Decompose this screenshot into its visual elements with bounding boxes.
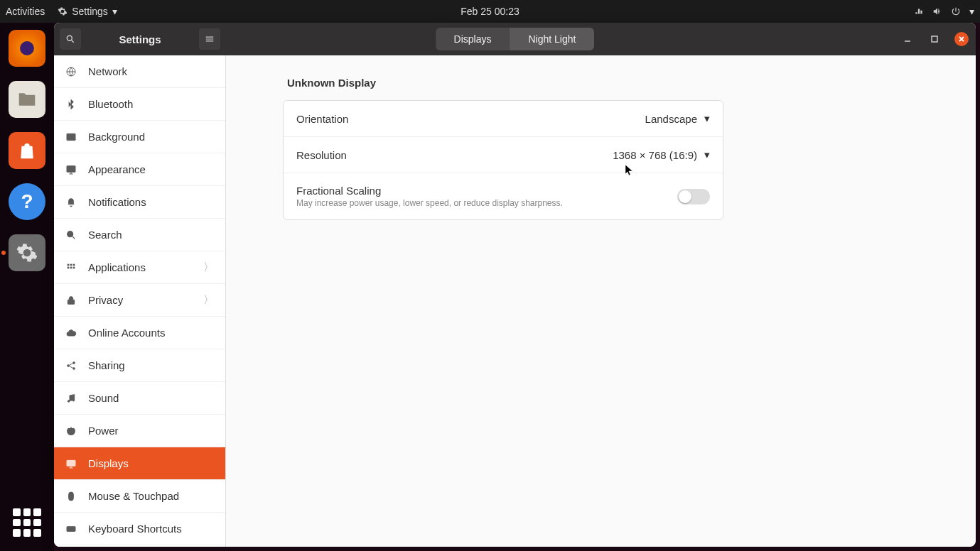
resolution-value: 1368 × 768 (16:9) [613,149,697,161]
sidebar-item-label: Sharing [88,359,125,371]
sidebar-item-label: Background [88,131,145,143]
cursor-icon [625,165,634,176]
svg-point-0 [20,41,34,55]
caret-down-icon: ▾ [704,112,710,125]
activities-button[interactable]: Activities [6,6,45,17]
dock-firefox[interactable] [9,30,45,67]
row-label: Orientation [296,113,645,125]
folder-icon [16,89,38,110]
minimize-button[interactable] [900,32,915,46]
orientation-row[interactable]: Orientation Landscape ▾ [284,101,723,137]
svg-rect-8 [70,263,72,266]
sidebar-item-label: Bluetooth [88,98,133,110]
content-pane: Unknown Display Orientation Landscape ▾ … [226,55,976,547]
sidebar-item-bluetooth[interactable]: Bluetooth [54,88,225,121]
svg-rect-7 [68,263,70,266]
svg-rect-21 [67,526,75,531]
search-icon [65,34,75,44]
section-title: Unknown Display [287,77,919,89]
sidebar-item-search[interactable]: Search [54,219,225,251]
dock-software[interactable] [9,132,45,169]
row-subtitle: May increase power usage, lower speed, o… [296,198,677,208]
window-title: Settings [87,33,193,45]
close-icon [958,36,965,43]
firefox-icon [15,36,39,60]
appearance-icon [65,164,77,175]
sidebar-item-label: Displays [88,457,129,469]
question-icon: ? [21,190,33,213]
svg-rect-19 [67,460,75,466]
close-button[interactable] [954,32,969,46]
sidebar-item-network[interactable]: Network [54,55,225,88]
svg-point-15 [73,361,75,364]
bell-icon [65,197,77,208]
sidebar-item-sharing[interactable]: Sharing [54,349,225,382]
gear-icon [16,241,38,264]
fractional-scaling-toggle[interactable] [677,189,710,204]
system-tray[interactable]: ▾ [914,6,974,17]
mouse-icon [65,491,77,502]
sidebar-item-power[interactable]: Power [54,415,225,447]
tab-displays[interactable]: Displays [436,28,510,50]
minimize-icon [904,36,911,43]
app-menu-label: Settings [72,6,108,17]
sidebar-item-label: Search [88,229,122,241]
maximize-button[interactable] [927,32,942,46]
volume-tray-icon [932,6,942,16]
search-button[interactable] [60,28,81,50]
sidebar-item-mouse-touchpad[interactable]: Mouse & Touchpad [54,480,225,513]
svg-point-16 [73,367,75,369]
sidebar-item-notifications[interactable]: Notifications [54,186,225,219]
maximize-icon [931,36,938,43]
settings-indicator-icon [58,6,68,16]
settings-window: Settings Displays Night Light Netwo [54,23,976,547]
svg-rect-5 [67,165,75,172]
sidebar-item-label: Privacy [88,294,123,306]
dock-files[interactable] [9,81,45,118]
svg-rect-11 [70,266,72,268]
sidebar-item-label: Notifications [88,196,146,208]
caret-down-icon: ▾ [112,6,117,17]
row-label: Fractional Scaling [296,185,677,197]
dock-settings[interactable] [9,234,45,271]
dock-help[interactable]: ? [9,183,45,220]
share-icon [65,360,77,371]
apps-icon [65,262,77,273]
resolution-row[interactable]: Resolution 1368 × 768 (16:9) ▾ [284,137,723,173]
tray-caret-down-icon: ▾ [969,6,974,17]
cloud-icon [65,327,77,339]
show-applications[interactable] [13,508,41,537]
lock-icon [65,295,77,306]
sidebar-item-label: Power [88,425,119,437]
svg-rect-10 [68,266,70,268]
background-icon [65,131,77,143]
tab-night-light[interactable]: Night Light [510,28,594,50]
toggle-knob [679,190,691,203]
svg-rect-12 [73,266,75,268]
bluetooth-icon [65,99,77,110]
search-icon [65,229,77,241]
sidebar-item-label: Online Accounts [88,327,165,339]
sidebar-item-displays[interactable]: Displays [54,447,225,480]
desktop-top-panel: Activities Settings ▾ Feb 25 00:23 ▾ [0,0,980,23]
sidebar-item-keyboard-shortcuts[interactable]: Keyboard Shortcuts [54,513,225,545]
power-icon [65,425,77,437]
menu-button[interactable] [199,28,220,50]
sidebar-item-sound[interactable]: Sound [54,382,225,415]
sidebar-item-online-accounts[interactable]: Online Accounts [54,317,225,349]
sidebar-item-label: Keyboard Shortcuts [88,523,182,535]
chevron-right-icon: 〉 [203,261,214,274]
row-label: Resolution [296,149,613,161]
sidebar-item-background[interactable]: Background [54,121,225,153]
sidebar-item-applications[interactable]: Applications 〉 [54,251,225,284]
sidebar-item-appearance[interactable]: Appearance [54,153,225,186]
dock: ? [0,23,54,551]
settings-sidebar[interactable]: Network Bluetooth Background Appearance … [54,55,226,547]
sidebar-item-privacy[interactable]: Privacy 〉 [54,284,225,317]
sidebar-item-label: Mouse & Touchpad [88,490,179,502]
titlebar: Settings Displays Night Light [54,23,976,55]
shopping-bag-icon [16,140,38,161]
clock[interactable]: Feb 25 00:23 [461,6,519,17]
svg-point-14 [68,364,70,366]
app-menu[interactable]: Settings ▾ [58,6,117,17]
